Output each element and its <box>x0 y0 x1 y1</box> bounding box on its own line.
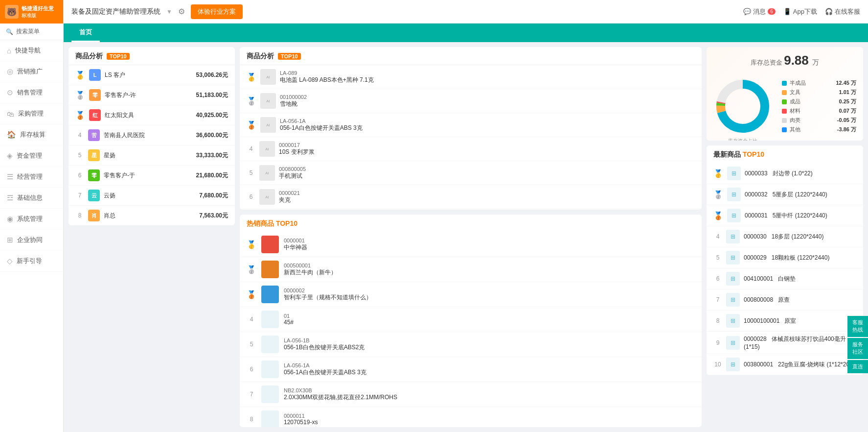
product-thumbnail: AI <box>259 189 275 205</box>
hot-product-thumbnail <box>261 286 279 303</box>
hot-product-item[interactable]: 7 NB2.0X30B 2.0X30MM双搓花轴,搓花直径2.1MM/ROHS <box>240 382 702 407</box>
product-sales-item[interactable]: 🥇 AI LA-089 电池盖 LA-089 ABS本色+黑种 7.1克 <box>240 65 702 89</box>
guide-icon: ◇ <box>7 257 13 265</box>
inventory-chart-area: 库存资金占比 半成品 12.45 万 文具 1.01 万 成品 0.25 万 材… <box>707 72 863 141</box>
customer-list-item[interactable]: 6 零 零售客户-于 21,680.00元 <box>69 166 235 186</box>
rank-number: 10 <box>713 361 722 368</box>
hot-product-item[interactable]: 5 LA-056-1B 056-1B白色按键开关底ABS2克 <box>240 332 702 357</box>
hot-product-item[interactable]: 🥉 0000002 智利车子里（规格不知道填什么） <box>240 282 702 307</box>
sidebar-item-system[interactable]: ◉ 系统管理 <box>0 209 63 230</box>
product-sales-item[interactable]: 5 AI 000800005 手机测试 <box>240 161 702 185</box>
product-sales-item[interactable]: 4 AI 0000017 10S 变利罗浆 <box>240 137 702 161</box>
hot-product-item[interactable]: 🥈 000500001 新西兰牛肉（新牛） <box>240 257 702 282</box>
newest-product-item[interactable]: 5 ⊞ 0000029 18颗粒板 (1220*2440) <box>707 247 863 268</box>
customer-list-item[interactable]: 8 肖 肖总 7,563.00元 <box>69 206 235 225</box>
message-button[interactable]: 💬 消息 6 <box>743 7 776 16</box>
customer-list-item[interactable]: 5 星 星扬 33,333.00元 <box>69 145 235 166</box>
sidebar-item-operation[interactable]: ☰ 经营管理 <box>0 167 63 188</box>
sidebar-item-marketing[interactable]: ◎ 营销推广 <box>0 61 63 82</box>
sidebar-item-inventory[interactable]: 🏠 库存核算 <box>0 124 63 145</box>
hot-product-info: 0000011 12070519-xs <box>284 413 695 426</box>
hot-product-item[interactable]: 4 01 45# <box>240 307 702 332</box>
newest-product-item[interactable]: 6 ⊞ 004100001 白钢垫 <box>707 268 863 289</box>
customer-name: 苦南县人民医院 <box>104 131 192 140</box>
product-sales-item[interactable]: 6 AI 0000021 夹克 <box>240 185 702 209</box>
purchase-icon: 🛍 <box>7 110 14 118</box>
customer-top10-header: 商品分析 TOP10 <box>69 47 235 65</box>
product-icon: ⊞ <box>731 191 736 198</box>
sidebar-item-purchase[interactable]: 🛍 采购管理 <box>0 103 63 124</box>
hot-product-code: 0000001 <box>284 238 695 243</box>
customer-list-item[interactable]: 🥈 零 零售客户-许 51,183.00元 <box>69 85 235 105</box>
medal-icon: 🥈 <box>75 91 85 100</box>
online-service-button[interactable]: 🎧 在线客服 <box>825 7 860 16</box>
customer-value: 40,925.00元 <box>196 111 228 120</box>
customer-value: 51,183.00元 <box>196 91 228 99</box>
direct-button[interactable]: 直连 <box>847 360 868 373</box>
medal-icon: 🥇 <box>247 72 256 82</box>
customer-value: 36,600.00元 <box>196 131 228 140</box>
hot-product-item[interactable]: 6 LA-056-1A 056-1A白色按键开关盖ABS 3克 <box>240 357 702 382</box>
search-menu[interactable]: 🔍 搜索菜单 <box>0 24 63 40</box>
hot-product-info: LA-056-1A 056-1A白色按键开关盖ABS 3克 <box>284 362 695 377</box>
avatar: L <box>89 69 101 81</box>
dropdown-arrow-icon[interactable]: ▼ <box>166 8 172 15</box>
topbar-right: 💬 消息 6 📱 App下载 🎧 在线客服 <box>743 7 860 16</box>
product-name: 电池盖 LA-089 ABS本色+黑种 7.1克 <box>280 76 695 84</box>
legend-color-dot <box>782 81 787 86</box>
product-info: LA-089 电池盖 LA-089 ABS本色+黑种 7.1克 <box>280 70 695 84</box>
service-community-button[interactable]: 服务 社区 <box>847 338 868 359</box>
product-icon: ⊞ <box>731 275 735 282</box>
product-sales-item[interactable]: 🥉 AI LA-056-1A 056-1A白色按键开关盖ABS 3克 <box>240 113 702 137</box>
rank-number: 5 <box>247 341 256 348</box>
legend-value: -0.05 万 <box>837 117 856 124</box>
newest-product-item[interactable]: 8 ⊞ 10000100001 原室 <box>707 311 863 332</box>
app-download-button[interactable]: 📱 App下载 <box>783 7 817 16</box>
customer-value: 7,563.00元 <box>199 212 228 220</box>
newest-product-item[interactable]: 7 ⊞ 000800008 原查 <box>707 289 863 311</box>
newest-products-card: 最新商品 TOP10 🥇 ⊞ 0000033 封边带 (1.0*22) 🥈 ⊞ … <box>707 145 863 375</box>
hot-product-name: 智利车子里（规格不知道填什么） <box>284 293 695 302</box>
product-name: 手机测试 <box>279 172 695 180</box>
medal-icon: 🥈 <box>713 190 723 199</box>
hot-product-name: 056-1B白色按键开关底ABS2克 <box>284 343 695 352</box>
newest-product-item[interactable]: 🥈 ⊞ 0000032 5厘多层 (1220*2440) <box>707 184 863 205</box>
product-thumbnail: AI <box>260 93 276 109</box>
legend-item: 材料 0.07 万 <box>782 106 856 116</box>
basic-icon: ☲ <box>7 193 13 202</box>
customer-list-item[interactable]: 🥇 L LS 客户 53,006.26元 <box>69 65 235 85</box>
newest-product-item[interactable]: 10 ⊞ 003800001 22g鱼豆腐-烧烤味 (1*12*20) <box>707 354 863 375</box>
sidebar-item-finance[interactable]: ◈ 资金管理 <box>0 145 63 167</box>
sidebar-item-guide[interactable]: ◇ 新手引导 <box>0 251 63 272</box>
customer-list-item[interactable]: 🥉 红 红太阳文具 40,925.00元 <box>69 105 235 125</box>
try-plan-button[interactable]: 体验行业方案 <box>191 4 243 19</box>
tab-home[interactable]: 首页 <box>71 24 100 42</box>
medal-icon: 🥉 <box>247 290 256 299</box>
settings-icon[interactable]: ⚙ <box>178 7 185 16</box>
legend-name: 半成品 <box>790 79 833 87</box>
hot-product-item[interactable]: 8 0000011 12070519-xs <box>240 407 702 427</box>
sidebar-item-basic[interactable]: ☲ 基础信息 <box>0 188 63 209</box>
product-sales-item[interactable]: 7 AI LA-59651-1B 59651-1B旋转投影灯电池盒ABS黑色+5… <box>240 209 702 210</box>
newest-product-item[interactable]: 4 ⊞ 0000030 18多层 (1220*2440) <box>707 226 863 247</box>
customer-service-button[interactable]: 客服 热线 <box>847 316 868 337</box>
newest-product-item[interactable]: 9 ⊞ 0000028 体械蔗枝味苏打饮品400毫升 (1*15) <box>707 332 863 354</box>
sidebar-item-sales[interactable]: ⊙ 销售管理 <box>0 82 63 103</box>
product-code: 0000017 <box>279 142 695 148</box>
product-sales-item[interactable]: 🥈 AI 001000002 雪地靴 <box>240 89 702 113</box>
inventory-card: 库存总资金 9.88 万 <box>707 47 863 141</box>
product-sales-header: 商品分析 TOP10 <box>240 47 702 65</box>
headset-icon: 🎧 <box>825 8 833 15</box>
customer-list-item[interactable]: 4 苦 苦南县人民医院 36,600.00元 <box>69 125 235 145</box>
customer-name: 红太阳文具 <box>105 111 192 120</box>
sidebar-item-enterprise[interactable]: ⊞ 企业协同 <box>0 230 63 251</box>
legend-item: 半成品 12.45 万 <box>782 78 856 88</box>
product-icon: ⊞ <box>731 317 735 324</box>
customer-list-item[interactable]: 7 云 云扬 7,680.00元 <box>69 186 235 206</box>
sidebar-item-quick-nav[interactable]: ⌂ 快捷导航 <box>0 40 63 61</box>
hot-product-code: 000500001 <box>284 263 695 268</box>
hot-product-thumbnail <box>261 236 279 253</box>
newest-product-item[interactable]: 🥉 ⊞ 0000031 5厘中纤 (1220*2440) <box>707 205 863 226</box>
hot-product-item[interactable]: 🥇 0000001 中华神器 <box>240 232 702 257</box>
newest-product-item[interactable]: 🥇 ⊞ 0000033 封边带 (1.0*22) <box>707 163 863 184</box>
